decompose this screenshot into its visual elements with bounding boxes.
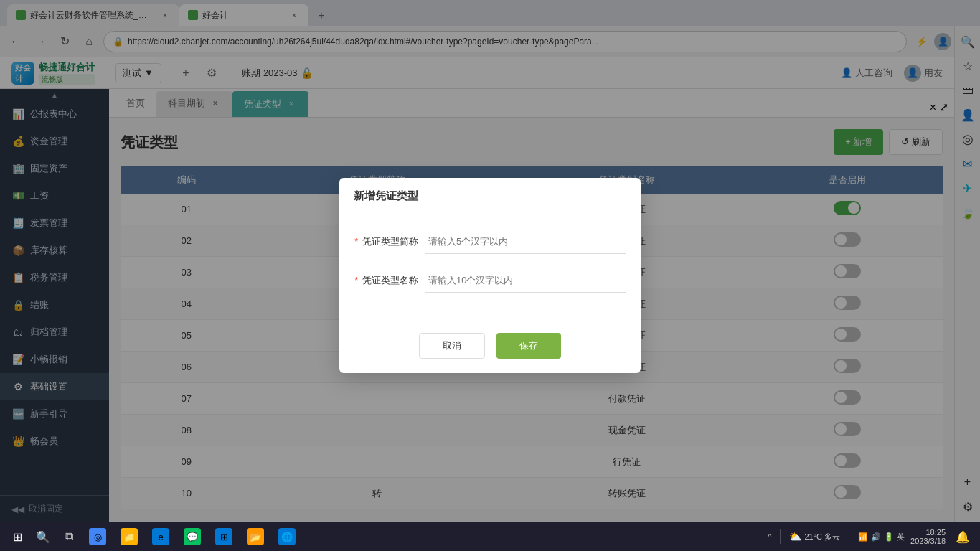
full-name-label-text: 凭证类型名称 (362, 275, 418, 286)
search-button[interactable]: 🔍 (32, 525, 55, 548)
save-button[interactable]: 保存 (496, 333, 561, 359)
modal-header: 新增凭证类型 (339, 178, 641, 212)
full-name-input[interactable] (425, 268, 626, 293)
input-lang: 📶 🔊 🔋 英 (858, 532, 905, 542)
folder-icon: 📂 (247, 528, 264, 545)
short-name-label-text: 凭证类型简称 (362, 236, 418, 247)
taskbar-clock: 18:25 2023/3/18 (910, 528, 946, 545)
folder-taskbar[interactable]: 📂 (241, 525, 270, 548)
modal-title: 新增凭证类型 (354, 189, 418, 202)
file-explorer-icon: 📁 (121, 528, 138, 545)
short-name-label: * 凭证类型简称 (354, 235, 425, 248)
short-name-row: * 凭证类型简称 (354, 230, 626, 254)
clock-date: 2023/3/18 (910, 537, 946, 545)
battery-icon: 🔋 (884, 532, 894, 542)
taskbar-sep-2 (849, 529, 849, 544)
input-lang-label: 英 (897, 532, 905, 542)
notification-button[interactable]: 🔔 (951, 525, 974, 548)
sound-icon: 🔊 (871, 532, 881, 542)
edge2-icon: 🌐 (278, 528, 296, 545)
appstore-taskbar[interactable]: ⊞ (209, 525, 238, 548)
file-explorer-taskbar[interactable]: 📁 (115, 525, 143, 548)
clock-time: 18:25 (925, 528, 946, 537)
taskbar-notify: ^ (768, 532, 771, 541)
required-mark-2: * (354, 275, 358, 286)
appstore-icon: ⊞ (215, 528, 232, 545)
network-icon: 📶 (858, 532, 868, 542)
taskbar-right: ^ ⛅ 21°C 多云 📶 🔊 🔋 英 18:25 2023/3/18 🔔 (768, 525, 974, 548)
task-view-button[interactable]: ⧉ (57, 525, 80, 548)
required-mark: * (354, 236, 358, 247)
weather-info: ⛅ 21°C 多云 (789, 531, 840, 542)
modal-body: * 凭证类型简称 * 凭证类型名称 (339, 212, 641, 324)
weather-icon: ⛅ (789, 531, 801, 542)
short-name-input[interactable] (425, 230, 626, 254)
start-button[interactable]: ⊞ (6, 525, 29, 548)
edge-taskbar[interactable]: e (146, 525, 175, 548)
chrome-icon: ◎ (89, 528, 106, 545)
wechat-icon: 💬 (184, 528, 201, 545)
full-name-label: * 凭证类型名称 (354, 274, 425, 287)
wechat-taskbar[interactable]: 💬 (178, 525, 207, 548)
modal-overlay: 新增凭证类型 * 凭证类型简称 * 凭证类型名称 取消 保存 (0, 0, 980, 551)
edge-icon: e (152, 528, 169, 545)
weather-text: 21°C 多云 (804, 532, 840, 542)
edge2-taskbar[interactable]: 🌐 (273, 525, 301, 548)
chevron-up-icon: ^ (768, 532, 771, 541)
taskbar-sep (780, 529, 781, 544)
full-name-row: * 凭证类型名称 (354, 268, 626, 293)
cancel-button[interactable]: 取消 (419, 333, 485, 359)
chrome-taskbar[interactable]: ◎ (83, 525, 112, 548)
new-voucher-type-modal: 新增凭证类型 * 凭证类型简称 * 凭证类型名称 取消 保存 (339, 178, 641, 373)
modal-footer: 取消 保存 (339, 324, 641, 373)
taskbar: ⊞ 🔍 ⧉ ◎ 📁 e 💬 ⊞ 📂 🌐 ^ ⛅ 21°C 多云 📶 🔊 🔋 (0, 522, 980, 551)
